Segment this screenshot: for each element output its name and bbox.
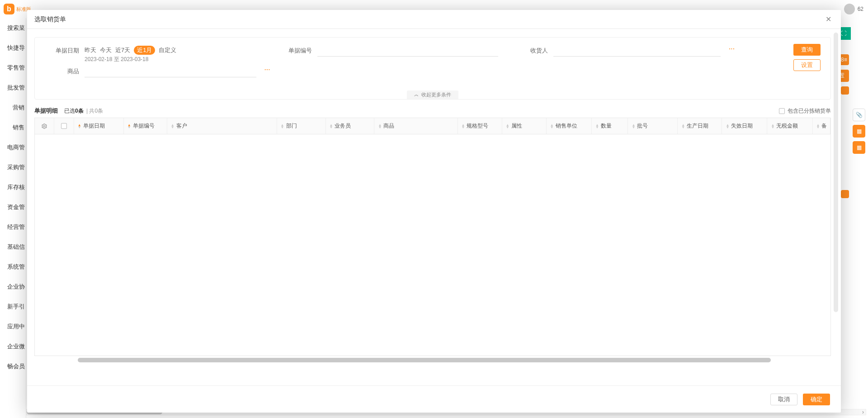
column-header[interactable]: ▲▼客户 — [167, 118, 277, 134]
tab-detail[interactable]: 单据明细 — [34, 107, 58, 115]
date-quick-option[interactable]: 今天 — [100, 46, 112, 54]
sort-icon: ▲▼ — [78, 124, 81, 128]
sort-icon: ▲▼ — [330, 124, 333, 128]
filter-date-label: 单据日期 — [47, 46, 79, 56]
column-header[interactable]: ▲▼销售单位 — [547, 118, 592, 134]
sort-icon: ▲▼ — [281, 124, 284, 128]
column-header[interactable]: ▲▼业务员 — [326, 118, 375, 134]
table-header: ▲▼单据日期▲▼单据编号▲▼客户▲▼部门▲▼业务员▲▼商品▲▼规格型号▲▼属性▲… — [35, 118, 830, 134]
filter-receiver-label: 收货人 — [516, 46, 548, 56]
date-quick-option[interactable]: 近1月 — [134, 46, 155, 55]
modal-footer: 取消 确定 — [27, 385, 841, 413]
column-header[interactable]: ▲▼规格型号 — [458, 118, 502, 134]
column-header[interactable]: ▲▼属性 — [502, 118, 547, 134]
receiver-input[interactable] — [553, 46, 721, 57]
filter-receiver: 收货人 ··· — [516, 46, 735, 64]
sort-icon: ▲▼ — [171, 124, 175, 128]
column-label: 客户 — [176, 122, 187, 130]
date-quick-option[interactable]: 昨天 — [85, 46, 96, 54]
modal-overlay: 选取销货单 ✕ 单据日期 昨天今天近7天近1月自定义 2023-02-18 至 … — [0, 0, 868, 418]
column-header[interactable]: ▲▼商品 — [374, 118, 458, 134]
modal-scroll-thumb[interactable] — [834, 33, 838, 312]
gear-icon — [41, 123, 47, 129]
date-quick-picks: 昨天今天近7天近1月自定义 — [85, 46, 176, 55]
product-input[interactable] — [85, 66, 256, 77]
sort-icon: ▲▼ — [726, 124, 729, 128]
column-label: 销售单位 — [556, 122, 577, 130]
sort-icon: ▲▼ — [595, 124, 599, 128]
modal-title: 选取销货单 — [34, 15, 66, 24]
table-horizontal-scrollbar[interactable] — [34, 357, 831, 363]
column-label: 部门 — [286, 122, 297, 130]
sort-icon: ▲▼ — [681, 124, 685, 128]
results-table: ▲▼单据日期▲▼单据编号▲▼客户▲▼部门▲▼业务员▲▼商品▲▼规格型号▲▼属性▲… — [34, 118, 831, 356]
column-header[interactable]: ▲▼失效日期 — [722, 118, 767, 134]
sort-icon: ▲▼ — [771, 124, 774, 128]
filter-product: 商品 ··· — [47, 66, 270, 85]
column-header[interactable]: ▲▼无税金额 — [767, 118, 812, 134]
column-label: 规格型号 — [467, 122, 488, 130]
sort-icon: ▲▼ — [378, 124, 382, 128]
cancel-button[interactable]: 取消 — [770, 394, 797, 405]
column-label: 单据编号 — [133, 122, 155, 130]
column-header[interactable]: ▲▼部门 — [277, 118, 326, 134]
sort-icon: ▲▼ — [506, 124, 509, 128]
select-sales-order-modal: 选取销货单 ✕ 单据日期 昨天今天近7天近1月自定义 2023-02-18 至 … — [27, 10, 841, 413]
filter-product-label: 商品 — [47, 66, 79, 76]
column-label: 商品 — [383, 122, 394, 130]
sort-icon: ▲▼ — [550, 124, 554, 128]
sort-icon: ▲▼ — [816, 124, 820, 128]
filter-docno: 单据编号 — [280, 46, 498, 64]
table-body — [35, 134, 830, 356]
table-scroll-thumb[interactable] — [78, 358, 771, 362]
receiver-more-icon[interactable]: ··· — [729, 46, 735, 52]
column-label: 无税金额 — [776, 122, 798, 130]
collapse-label: 收起更多条件 — [421, 91, 451, 98]
column-config-button[interactable] — [35, 118, 54, 134]
modal-header: 选取销货单 ✕ — [27, 10, 841, 29]
date-quick-option[interactable]: 近7天 — [115, 46, 130, 54]
column-header[interactable]: ▲▼单据编号 — [124, 118, 167, 134]
column-label: 生产日期 — [687, 122, 708, 130]
column-label: 业务员 — [335, 122, 351, 130]
column-label: 备 — [821, 122, 827, 130]
sort-icon: ▲▼ — [462, 124, 465, 128]
date-range-text: 2023-02-18 至 2023-03-18 — [85, 56, 176, 63]
settings-button[interactable]: 设置 — [793, 59, 821, 71]
svg-point-0 — [43, 125, 45, 127]
include-dispatched-checkbox[interactable] — [779, 108, 785, 114]
docno-input[interactable] — [317, 46, 498, 57]
column-header[interactable]: ▲▼数量 — [592, 118, 628, 134]
modal-body: 单据日期 昨天今天近7天近1月自定义 2023-02-18 至 2023-03-… — [27, 29, 841, 385]
column-header[interactable]: ▲▼单据日期 — [74, 118, 124, 134]
sort-icon: ▲▼ — [127, 124, 131, 128]
ok-button[interactable]: 确定 — [803, 394, 830, 405]
select-all-checkbox[interactable] — [54, 118, 74, 134]
collapse-filters-button[interactable]: ︽ 收起更多条件 — [407, 90, 458, 99]
filter-docno-label: 单据编号 — [280, 46, 312, 56]
close-icon[interactable]: ✕ — [823, 14, 834, 25]
column-label: 数量 — [601, 122, 612, 130]
filter-panel: 单据日期 昨天今天近7天近1月自定义 2023-02-18 至 2023-03-… — [34, 37, 831, 100]
column-header[interactable]: ▲▼批号 — [628, 118, 678, 134]
column-label: 属性 — [511, 122, 522, 130]
column-header[interactable]: ▲▼备 — [813, 118, 830, 134]
chevron-up-icon: ︽ — [414, 91, 419, 98]
selection-summary: 已选0条 | 共0条 — [64, 107, 103, 115]
product-more-icon[interactable]: ··· — [264, 66, 270, 73]
list-toolbar: 单据明细 已选0条 | 共0条 包含已分拣销货单 — [34, 107, 831, 115]
filter-date: 单据日期 昨天今天近7天近1月自定义 2023-02-18 至 2023-03-… — [47, 46, 176, 64]
column-header[interactable]: ▲▼生产日期 — [678, 118, 722, 134]
column-label: 失效日期 — [731, 122, 753, 130]
sort-icon: ▲▼ — [632, 124, 635, 128]
column-label: 单据日期 — [83, 122, 105, 130]
modal-vertical-scrollbar[interactable] — [834, 33, 838, 382]
search-button[interactable]: 查询 — [793, 44, 821, 56]
checkbox-icon[interactable] — [61, 123, 67, 129]
column-label: 批号 — [637, 122, 648, 130]
date-quick-option[interactable]: 自定义 — [159, 46, 176, 54]
include-dispatched-label: 包含已分拣销货单 — [788, 107, 831, 115]
